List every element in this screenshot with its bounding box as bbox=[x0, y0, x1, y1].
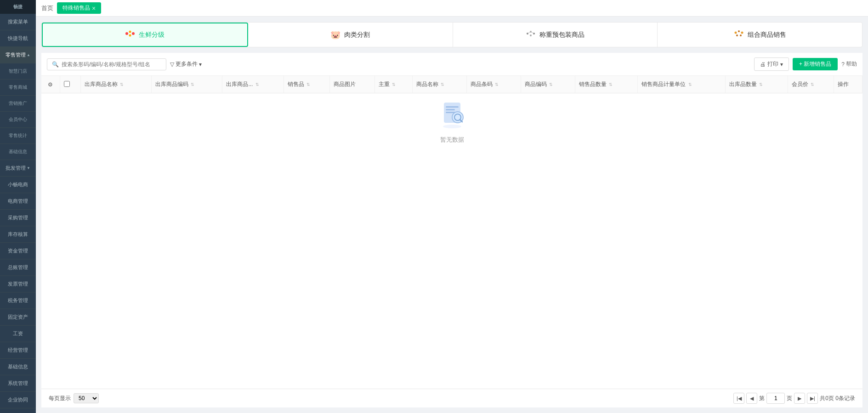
col-product-image[interactable]: 商品图片 bbox=[329, 76, 374, 93]
sidebar-item-marketing[interactable]: 营销推广 bbox=[0, 96, 36, 112]
col-out-qty[interactable]: 出库品数量 ⇅ bbox=[725, 76, 788, 93]
pagination-bar: 每页显示 50 10 20 100 |◀ ◀ 第 页 ▶ ▶| bbox=[41, 389, 862, 407]
breadcrumb-home[interactable]: 首页 bbox=[41, 4, 53, 12]
sidebar-item-fixed-assets[interactable]: 固定资产 bbox=[0, 309, 36, 326]
svg-point-10 bbox=[734, 32, 737, 34]
search-input[interactable] bbox=[62, 61, 161, 68]
tab-meat-cut[interactable]: 🐷 肉类分割 bbox=[248, 23, 453, 47]
sort-icon: ⇅ bbox=[688, 82, 692, 87]
col-product-code[interactable]: 商品编码 ⇅ bbox=[521, 76, 575, 93]
sidebar-item-basic-info[interactable]: 基础信息 bbox=[0, 144, 36, 160]
active-tab[interactable]: 特殊销售品 × bbox=[57, 2, 101, 14]
per-page-label: 每页显示 bbox=[49, 395, 71, 402]
sidebar-item-label: 智慧门店 bbox=[2, 68, 34, 75]
col-label: 商品图片 bbox=[334, 81, 356, 87]
help-button[interactable]: ? 帮助 bbox=[841, 60, 857, 68]
filter-more-label: 更多条件 bbox=[176, 60, 198, 68]
total-label: 共0页 0条记录 bbox=[820, 395, 855, 402]
col-label: 销售品数量 bbox=[579, 81, 607, 87]
sidebar-item-mini-ecommerce[interactable]: 小畅电商 bbox=[0, 177, 36, 193]
first-page-button[interactable]: |◀ bbox=[733, 393, 744, 404]
col-out-product-code[interactable]: 出库商品编码 ⇅ bbox=[152, 76, 222, 93]
per-page-select[interactable]: 50 10 20 100 bbox=[74, 393, 99, 403]
col-operation: 操作 bbox=[834, 76, 862, 93]
sidebar-item-wages[interactable]: 工资 bbox=[0, 326, 36, 342]
col-label: 商品条码 bbox=[471, 81, 493, 87]
tab-combo-sales[interactable]: 组合商品销售 bbox=[658, 23, 862, 47]
col-sales-product[interactable]: 销售品 ⇅ bbox=[284, 76, 329, 93]
add-product-button[interactable]: + 新增销售品 bbox=[793, 58, 838, 70]
sidebar-item-label: 零售管理 bbox=[6, 52, 26, 58]
sidebar-item-label: 会员中心 bbox=[2, 116, 34, 123]
sidebar-item-enterprise-coop[interactable]: 企业协同 bbox=[0, 392, 36, 408]
sidebar-item-newbie-guide[interactable]: 新手引导 bbox=[0, 408, 36, 413]
filter-left: 🔍 ▽ 更多条件 ▾ bbox=[47, 58, 202, 70]
sidebar-item-business-mgmt[interactable]: 经营管理 bbox=[0, 342, 36, 359]
svg-point-2 bbox=[132, 32, 135, 35]
sort-icon: ⇅ bbox=[811, 82, 814, 87]
sidebar-item-search-menu[interactable]: 搜索菜单 bbox=[0, 14, 36, 30]
sidebar-item-ecommerce-mgmt[interactable]: 电商管理 bbox=[0, 193, 36, 210]
sidebar-item-tax-mgmt[interactable]: 税务管理 bbox=[0, 293, 36, 309]
col-barcode[interactable]: 商品条码 ⇅ bbox=[466, 76, 521, 93]
filter-more-button[interactable]: ▽ 更多条件 ▾ bbox=[170, 60, 202, 68]
svg-rect-17 bbox=[446, 106, 459, 108]
sidebar-item-quick-nav[interactable]: 快捷导航 bbox=[0, 30, 36, 47]
sidebar-item-invoice-mgmt[interactable]: 发票管理 bbox=[0, 276, 36, 293]
tab-fresh-grade[interactable]: 生鲜分级 bbox=[42, 23, 248, 47]
col-sales-qty[interactable]: 销售品数量 ⇅ bbox=[575, 76, 638, 93]
sidebar-item-wholesale-mgmt[interactable]: 批发管理 ▼ bbox=[0, 160, 36, 177]
sidebar-item-capital-mgmt[interactable]: 资金管理 bbox=[0, 243, 36, 259]
sidebar-item-retail-mall[interactable]: 零售商城 bbox=[0, 80, 36, 96]
sidebar-item-retail-mgmt[interactable]: 零售管理 ▲ bbox=[0, 47, 36, 63]
col-settings[interactable]: ⚙ bbox=[41, 76, 60, 93]
col-member-price[interactable]: 会员价 ⇅ bbox=[788, 76, 834, 93]
help-label: 帮助 bbox=[846, 60, 857, 68]
sidebar-item-label: 税务管理 bbox=[2, 297, 34, 304]
sidebar-item-smart-store[interactable]: 智慧门店 bbox=[0, 63, 36, 80]
svg-point-13 bbox=[736, 34, 738, 36]
sort-icon: ⇅ bbox=[549, 82, 553, 87]
sidebar-item-member-center[interactable]: 会员中心 bbox=[0, 112, 36, 128]
sort-icon: ⇅ bbox=[191, 82, 194, 87]
sidebar-item-retail-stats[interactable]: 零售统计 bbox=[0, 128, 36, 144]
sidebar-item-purchase-mgmt[interactable]: 采购管理 bbox=[0, 210, 36, 226]
tab-fresh-grade-label: 生鲜分级 bbox=[139, 31, 165, 39]
sidebar-item-basic-info2[interactable]: 基础信息 bbox=[0, 359, 36, 375]
tab-weight-prepack[interactable]: 称重预包装商品 bbox=[453, 23, 658, 47]
col-product-name[interactable]: 商品名称 ⇅ bbox=[412, 76, 466, 93]
sidebar-item-system-mgmt[interactable]: 系统管理 bbox=[0, 375, 36, 392]
svg-point-11 bbox=[738, 30, 740, 32]
col-out-product-more[interactable]: 出库商品... ⇅ bbox=[222, 76, 284, 93]
pagination-left: 每页显示 50 10 20 100 bbox=[49, 393, 99, 403]
col-out-product-name[interactable]: 出库商品名称 ⇅ bbox=[80, 76, 151, 93]
meat-cut-icon: 🐷 bbox=[330, 30, 340, 40]
col-checkbox[interactable] bbox=[60, 76, 80, 93]
col-label: 商品编码 bbox=[525, 81, 547, 87]
last-page-button[interactable]: ▶| bbox=[807, 393, 818, 404]
table-scroll-area[interactable]: ⚙ 出库商品名称 ⇅ 出库商品编码 ⇅ 出库商品... bbox=[41, 76, 862, 389]
col-sales-unit[interactable]: 销售商品计量单位 ⇅ bbox=[638, 76, 726, 93]
select-all-checkbox[interactable] bbox=[64, 81, 70, 87]
col-label: 销售商品计量单位 bbox=[641, 81, 686, 87]
help-icon: ? bbox=[841, 61, 845, 68]
chevron-down-icon: ▲ bbox=[27, 53, 30, 57]
sidebar-item-label: 营销推广 bbox=[2, 100, 34, 107]
search-box[interactable]: 🔍 bbox=[47, 58, 166, 70]
sidebar-item-ledger-mgmt[interactable]: 总账管理 bbox=[0, 259, 36, 276]
empty-text: 暂无数据 bbox=[440, 136, 464, 144]
col-weight[interactable]: 主重 ⇅ bbox=[374, 76, 412, 93]
prev-page-button[interactable]: ◀ bbox=[746, 393, 757, 404]
tab-label: 特殊销售品 bbox=[62, 4, 90, 12]
sidebar-item-label: 电商管理 bbox=[2, 198, 34, 205]
tab-close-button[interactable]: × bbox=[92, 5, 96, 12]
sidebar-item-label: 库存核算 bbox=[2, 231, 34, 238]
col-label: 出库商品名称 bbox=[85, 81, 118, 87]
print-icon: 🖨 bbox=[760, 61, 766, 68]
page-number-input[interactable] bbox=[766, 393, 785, 404]
sidebar-item-inventory[interactable]: 库存核算 bbox=[0, 226, 36, 243]
sidebar-item-label: 固定资产 bbox=[2, 314, 34, 321]
chevron-down-icon: ▼ bbox=[27, 166, 30, 170]
next-page-button[interactable]: ▶ bbox=[794, 393, 805, 404]
print-button[interactable]: 🖨 打印 ▾ bbox=[754, 57, 789, 71]
